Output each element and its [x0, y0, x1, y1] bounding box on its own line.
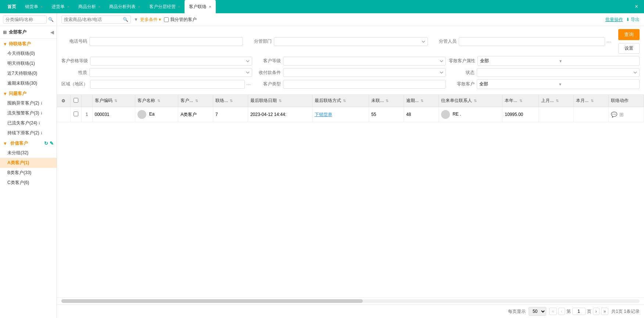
row-this-month	[574, 107, 609, 122]
sidebar-all-customers-header[interactable]: ⊞ 全部客户 ◀	[0, 26, 57, 39]
sort-customer-type[interactable]: ⇅	[195, 99, 198, 103]
customer-avatar	[137, 110, 146, 119]
sort-overdue[interactable]: ⇅	[421, 99, 423, 103]
gear-icon[interactable]: ⚙	[61, 98, 65, 103]
sidebar-item-today[interactable]: 今天待联络(0)	[0, 49, 57, 59]
nav-customer-contact[interactable]: 客户联络 ×	[185, 0, 215, 13]
region-dots-button[interactable]: ···	[245, 81, 252, 87]
top-navigation: 首页 销货单 × 进货单 × 商品分析 × 商品分析列表 × 客户分层经营 × …	[0, 0, 644, 13]
sort-contact[interactable]: ⇅	[230, 99, 233, 103]
nature-field: 性质	[61, 68, 252, 77]
info-icon-churned: ℹ	[39, 121, 40, 125]
sort-last-month[interactable]: ⇅	[556, 99, 559, 103]
next-page-button[interactable]: ›	[593, 308, 600, 315]
my-customers-checkbox[interactable]: 我分管的客户	[164, 17, 197, 23]
person-input[interactable]	[459, 37, 605, 46]
company-contact-avatar	[441, 110, 450, 119]
sidebar-section-problem[interactable]: ▼ 问题客户	[0, 88, 57, 98]
customer-type-input[interactable]	[283, 80, 446, 89]
batch-op-button[interactable]: 批量操作	[605, 17, 623, 23]
sort-no-contact[interactable]: ⇅	[386, 99, 389, 103]
section-arrow-value: ▼	[3, 141, 7, 146]
prev-page-button[interactable]: ‹	[558, 308, 565, 315]
sort-year-amount[interactable]: ⇅	[519, 99, 522, 103]
sidebar-collapse-icon[interactable]: ◀	[50, 30, 54, 35]
close-purchase-tab[interactable]: ×	[67, 4, 69, 9]
nav-product-analysis-list[interactable]: 商品分析列表 ×	[105, 0, 144, 13]
chat-icon[interactable]: 💬	[611, 112, 617, 117]
sidebar-item-7days[interactable]: 近7天待联络(0)	[0, 68, 57, 78]
status-select[interactable]	[477, 68, 640, 77]
info-icon-declining: ℹ	[41, 131, 42, 135]
sidebar-search-icon[interactable]: 🔍	[48, 17, 54, 22]
value-refresh-icon[interactable]: ↻	[44, 141, 48, 146]
sidebar-item-churn-warning[interactable]: 流失预警客户(3) ℹ	[0, 108, 57, 118]
nav-product-analysis[interactable]: 商品分析 ×	[74, 0, 105, 13]
sidebar-search-input[interactable]	[3, 15, 47, 24]
last-contact-link[interactable]: 下销货单	[315, 112, 332, 117]
sidebar-item-c-class[interactable]: C类客户(6)	[0, 178, 57, 188]
sidebar-item-churned[interactable]: 已流失客户(24) ℹ	[0, 118, 57, 128]
value-edit-icon[interactable]: ✎	[50, 141, 54, 146]
total-records-label: 共1页 1条记录	[611, 308, 640, 315]
close-sales-tab[interactable]: ×	[40, 4, 43, 9]
sidebar-section-pending[interactable]: ▼ 待联络客户	[0, 39, 57, 49]
nav-customer-tier[interactable]: 客户分层经营 ×	[145, 0, 185, 13]
nav-purchase[interactable]: 进货单 ×	[47, 0, 74, 13]
region-input[interactable]	[90, 80, 245, 89]
my-customers-check[interactable]	[164, 17, 169, 22]
main-layout: 🔍 ⊞ 全部客户 ◀ ▼ 待联络客户 今天待联络(0) 明天待联络(1) 近7天…	[0, 13, 644, 318]
sort-last-contact-date[interactable]: ⇅	[279, 99, 282, 103]
retail-customer-select[interactable]: 全部 ▾	[477, 79, 640, 89]
content-area: 🔍 ▼ 更多条件 ▾ 我分管的客户 批量操作 ⬇ 导出	[57, 13, 644, 318]
sidebar-item-overdue[interactable]: 逾期未联络(30)	[0, 78, 57, 88]
last-page-button[interactable]: »	[601, 308, 609, 315]
dept-select[interactable]	[274, 37, 427, 46]
sort-last-contact-method[interactable]: ⇅	[343, 99, 346, 103]
nav-home[interactable]: 首页	[3, 0, 21, 13]
sidebar-item-tomorrow[interactable]: 明天待联络(1)	[0, 59, 57, 68]
nav-sales[interactable]: 销货单 ×	[21, 0, 47, 13]
filter-search-icon[interactable]: 🔍	[123, 17, 128, 22]
sidebar-item-ungrouped[interactable]: 未分组(32)	[0, 148, 57, 158]
close-product-analysis-list-tab[interactable]: ×	[138, 4, 140, 9]
sort-name[interactable]: ⇅	[157, 99, 160, 103]
first-page-button[interactable]: «	[549, 308, 557, 315]
more-filters-button[interactable]: ▼ 更多条件 ▾	[134, 17, 161, 23]
query-button[interactable]: 查询	[618, 29, 640, 40]
col-this-month: 本月... ⇅	[574, 95, 609, 107]
scrollbar-thumb[interactable]	[61, 299, 363, 303]
row-checkbox[interactable]	[74, 112, 78, 116]
sidebar-item-declining[interactable]: 持续下滑客户(2) ℹ	[0, 128, 57, 138]
nature-select[interactable]	[89, 68, 252, 77]
qr-icon[interactable]: ⊞	[619, 112, 624, 117]
sort-this-month[interactable]: ⇅	[591, 99, 594, 103]
price-level-select[interactable]	[90, 57, 252, 66]
global-close-button[interactable]: ×	[632, 3, 641, 10]
row-no-contact: 55	[369, 107, 404, 122]
close-customer-contact-tab[interactable]: ×	[209, 4, 211, 9]
page-input[interactable]	[572, 308, 586, 315]
sidebar-item-abnormal[interactable]: 囤购异常客户(2) ℹ	[0, 98, 57, 108]
export-button[interactable]: ⬇ 导出	[626, 17, 640, 23]
select-all-checkbox[interactable]	[74, 98, 78, 103]
filter-search-input[interactable]	[64, 17, 123, 22]
sort-company-contact[interactable]: ⇅	[474, 99, 477, 103]
per-page-select[interactable]: 50	[529, 307, 546, 316]
sidebar-item-a-class[interactable]: A类客户(1)	[0, 158, 57, 168]
sort-code[interactable]: ⇅	[114, 99, 117, 103]
close-product-analysis-tab[interactable]: ×	[98, 4, 100, 9]
payment-select[interactable]	[283, 68, 446, 77]
retail-attr-select[interactable]: 全部 ▾	[477, 56, 640, 66]
close-customer-tier-tab[interactable]: ×	[178, 4, 180, 9]
phone-input[interactable]	[89, 37, 243, 46]
customer-level-select[interactable]	[283, 57, 446, 66]
row-last-month	[539, 107, 574, 122]
setting-button[interactable]: 设置	[618, 43, 640, 54]
sidebar-section-value[interactable]: ▼ 价值客户 ↻ ✎	[0, 138, 57, 148]
sidebar-item-b-class[interactable]: B类客户(33)	[0, 168, 57, 178]
filter-row-4: 区域（地区） ··· 客户类型 零散客户 全部 ▾	[61, 79, 640, 89]
person-dots-button[interactable]: ···	[605, 39, 612, 45]
row-last-contact-method[interactable]: 下销货单	[312, 107, 369, 122]
row-name[interactable]: Ea	[135, 107, 178, 122]
